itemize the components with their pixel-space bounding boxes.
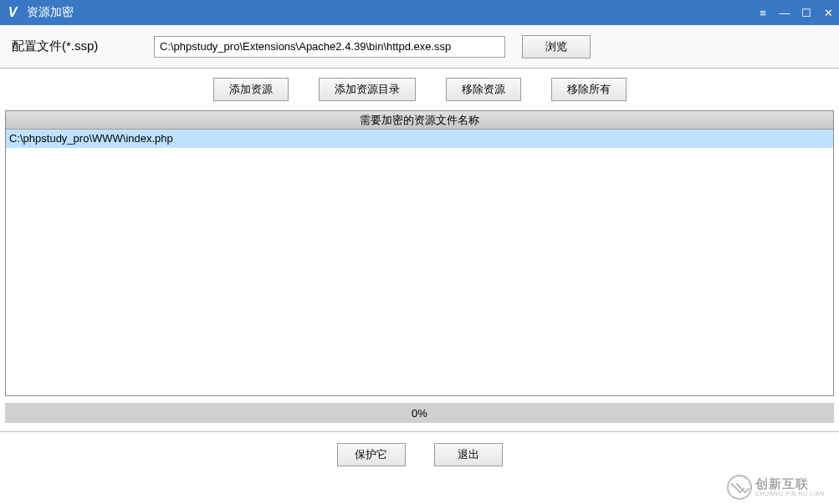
app-icon: V bbox=[5, 5, 20, 20]
watermark-text: 创新互联 CHUANG XIN HU LIAN bbox=[755, 477, 825, 497]
browse-button[interactable]: 浏览 bbox=[522, 35, 591, 59]
add-resource-button[interactable]: 添加资源 bbox=[213, 78, 289, 101]
footer-row: 保护它 退出 bbox=[0, 431, 839, 476]
watermark-cn: 创新互联 bbox=[755, 477, 825, 491]
titlebar: V 资源加密 ≡ — ☐ ✕ bbox=[0, 0, 839, 25]
minimize-icon[interactable]: — bbox=[774, 0, 796, 25]
exit-button[interactable]: 退出 bbox=[434, 443, 503, 466]
action-button-row: 添加资源 添加资源目录 移除资源 移除所有 bbox=[0, 69, 839, 110]
progress-bar: 0% bbox=[5, 403, 834, 423]
remove-all-button[interactable]: 移除所有 bbox=[551, 78, 627, 101]
watermark-en: CHUANG XIN HU LIAN bbox=[755, 491, 825, 497]
maximize-icon[interactable]: ☐ bbox=[796, 0, 817, 25]
add-resource-dir-button[interactable]: 添加资源目录 bbox=[319, 78, 416, 101]
list-body[interactable]: C:\phpstudy_pro\WWW\index.php bbox=[6, 130, 833, 395]
list-item[interactable]: C:\phpstudy_pro\WWW\index.php bbox=[6, 130, 833, 148]
config-row: 配置文件(*.ssp) 浏览 bbox=[0, 25, 839, 69]
config-label: 配置文件(*.ssp) bbox=[12, 38, 137, 54]
progress-text: 0% bbox=[412, 407, 427, 420]
config-path-input[interactable] bbox=[154, 36, 505, 58]
menu-icon[interactable]: ≡ bbox=[752, 0, 774, 25]
watermark-logo-icon bbox=[727, 475, 752, 500]
protect-button[interactable]: 保护它 bbox=[337, 443, 406, 466]
close-icon[interactable]: ✕ bbox=[817, 0, 839, 25]
list-header: 需要加密的资源文件名称 bbox=[6, 111, 833, 130]
watermark: 创新互联 CHUANG XIN HU LIAN bbox=[722, 471, 839, 504]
remove-resource-button[interactable]: 移除资源 bbox=[446, 78, 521, 101]
window-controls: ≡ — ☐ ✕ bbox=[752, 0, 839, 25]
resource-list: 需要加密的资源文件名称 C:\phpstudy_pro\WWW\index.ph… bbox=[5, 110, 834, 396]
window-title: 资源加密 bbox=[27, 5, 752, 20]
